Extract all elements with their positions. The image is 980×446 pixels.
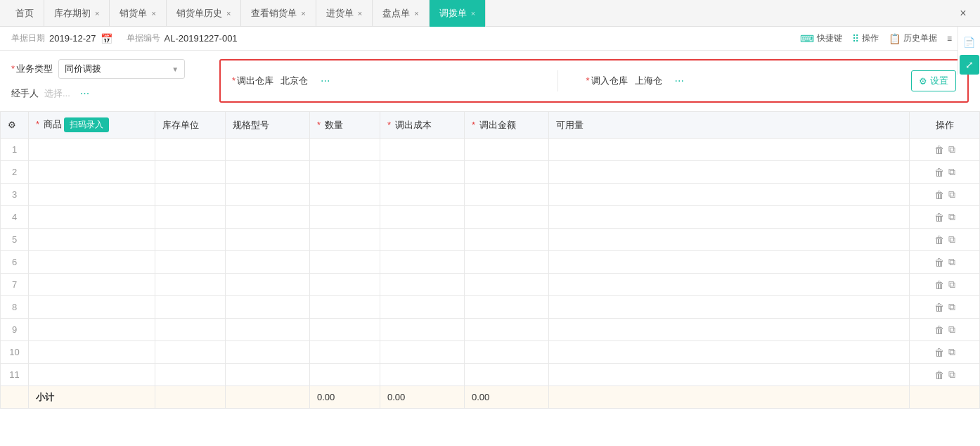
- product-cell[interactable]: [29, 139, 155, 161]
- delete-row-icon[interactable]: 🗑: [934, 324, 944, 336]
- amount-cell[interactable]: [465, 184, 549, 206]
- unit-cell[interactable]: [155, 139, 226, 161]
- amount-cell[interactable]: [465, 229, 549, 251]
- cost-cell[interactable]: [380, 296, 465, 319]
- cost-cell[interactable]: [380, 319, 465, 341]
- quantity-cell[interactable]: [310, 251, 380, 274]
- copy-row-icon[interactable]: ⧉: [948, 301, 955, 313]
- tab-transfer[interactable]: 调拨单 ×: [430, 0, 486, 27]
- product-cell[interactable]: [29, 206, 155, 229]
- tab-transfer-close[interactable]: ×: [471, 9, 475, 18]
- copy-row-icon[interactable]: ⧉: [948, 256, 955, 268]
- available-cell[interactable]: [549, 139, 910, 161]
- unit-cell[interactable]: [155, 341, 226, 364]
- spec-cell[interactable]: [226, 364, 310, 386]
- amount-cell[interactable]: [465, 139, 549, 161]
- spec-cell[interactable]: [226, 161, 310, 184]
- settings-button[interactable]: ⚙ 设置: [911, 70, 956, 91]
- available-cell[interactable]: [549, 341, 910, 364]
- tab-stock-init[interactable]: 库存期初 ×: [44, 0, 110, 27]
- copy-row-icon[interactable]: ⧉: [948, 279, 955, 291]
- layout-list-button[interactable]: ≡: [947, 34, 952, 44]
- amount-cell[interactable]: [465, 296, 549, 319]
- amount-cell[interactable]: [465, 161, 549, 184]
- spec-cell[interactable]: [226, 296, 310, 319]
- tab-home[interactable]: 首页: [6, 0, 44, 27]
- quantity-cell[interactable]: [310, 364, 380, 386]
- tab-inventory[interactable]: 盘点单 ×: [373, 0, 429, 27]
- quantity-cell[interactable]: [310, 319, 380, 341]
- shortcuts-button[interactable]: ⌨ 快捷键: [800, 32, 842, 44]
- copy-row-icon[interactable]: ⧉: [948, 324, 955, 336]
- available-cell[interactable]: [549, 229, 910, 251]
- unit-cell[interactable]: [155, 274, 226, 296]
- product-cell[interactable]: [29, 296, 155, 319]
- available-cell[interactable]: [549, 184, 910, 206]
- unit-cell[interactable]: [155, 251, 226, 274]
- copy-row-icon[interactable]: ⧉: [948, 166, 955, 178]
- business-type-select[interactable]: 同价调拨 ▼: [58, 59, 185, 79]
- tab-purchase-close[interactable]: ×: [358, 9, 362, 18]
- unit-cell[interactable]: [155, 206, 226, 229]
- quantity-cell[interactable]: [310, 139, 380, 161]
- copy-row-icon[interactable]: ⧉: [948, 369, 955, 381]
- tab-stock-init-close[interactable]: ×: [95, 9, 99, 18]
- copy-row-icon[interactable]: ⧉: [948, 346, 955, 358]
- delete-row-icon[interactable]: 🗑: [934, 189, 944, 200]
- date-value[interactable]: 2019-12-27: [49, 33, 96, 44]
- cost-cell[interactable]: [380, 161, 465, 184]
- delete-row-icon[interactable]: 🗑: [934, 369, 944, 381]
- quantity-cell[interactable]: [310, 274, 380, 296]
- unit-cell[interactable]: [155, 184, 226, 206]
- delete-row-icon[interactable]: 🗑: [934, 347, 944, 358]
- spec-cell[interactable]: [226, 184, 310, 206]
- amount-cell[interactable]: [465, 274, 549, 296]
- gear-settings-icon[interactable]: ⚙: [8, 120, 16, 130]
- available-cell[interactable]: [549, 161, 910, 184]
- quantity-cell[interactable]: [310, 296, 380, 319]
- product-cell[interactable]: [29, 229, 155, 251]
- unit-cell[interactable]: [155, 161, 226, 184]
- available-cell[interactable]: [549, 274, 910, 296]
- unit-cell[interactable]: [155, 296, 226, 319]
- delete-row-icon[interactable]: 🗑: [934, 212, 944, 223]
- unit-cell[interactable]: [155, 364, 226, 386]
- available-cell[interactable]: [549, 296, 910, 319]
- cost-cell[interactable]: [380, 139, 465, 161]
- unit-cell[interactable]: [155, 229, 226, 251]
- delete-row-icon[interactable]: 🗑: [934, 279, 944, 291]
- product-cell[interactable]: [29, 274, 155, 296]
- tab-sales-order-close[interactable]: ×: [151, 9, 155, 18]
- cost-cell[interactable]: [380, 341, 465, 364]
- copy-row-icon[interactable]: ⧉: [948, 144, 955, 155]
- quantity-cell[interactable]: [310, 341, 380, 364]
- delete-row-icon[interactable]: 🗑: [934, 167, 944, 178]
- product-cell[interactable]: [29, 319, 155, 341]
- product-cell[interactable]: [29, 161, 155, 184]
- amount-cell[interactable]: [465, 206, 549, 229]
- spec-cell[interactable]: [226, 274, 310, 296]
- quantity-cell[interactable]: [310, 184, 380, 206]
- in-warehouse-more-icon[interactable]: ···: [675, 75, 684, 87]
- spec-cell[interactable]: [226, 319, 310, 341]
- spec-cell[interactable]: [226, 341, 310, 364]
- history-button[interactable]: 📋 历史单据: [889, 32, 937, 44]
- handler-placeholder[interactable]: 选择...: [44, 87, 70, 100]
- cost-cell[interactable]: [380, 206, 465, 229]
- amount-cell[interactable]: [465, 341, 549, 364]
- delete-row-icon[interactable]: 🗑: [934, 257, 944, 268]
- spec-cell[interactable]: [226, 251, 310, 274]
- cost-cell[interactable]: [380, 229, 465, 251]
- available-cell[interactable]: [549, 364, 910, 386]
- copy-row-icon[interactable]: ⧉: [948, 211, 955, 223]
- amount-cell[interactable]: [465, 364, 549, 386]
- scan-button[interactable]: 扫码录入: [64, 117, 109, 132]
- sidebar-expand-icon[interactable]: ⤢: [960, 55, 979, 75]
- product-cell[interactable]: [29, 251, 155, 274]
- cost-cell[interactable]: [380, 184, 465, 206]
- delete-row-icon[interactable]: 🗑: [934, 302, 944, 313]
- cost-cell[interactable]: [380, 274, 465, 296]
- tab-purchase[interactable]: 进货单 ×: [316, 0, 373, 27]
- available-cell[interactable]: [549, 319, 910, 341]
- tab-sales-history[interactable]: 销货单历史 ×: [167, 0, 241, 27]
